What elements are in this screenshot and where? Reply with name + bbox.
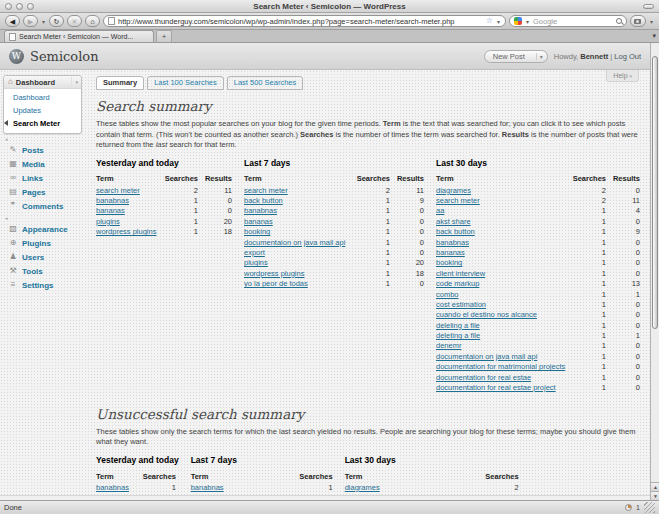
search-term-link[interactable]: denemr xyxy=(436,341,564,350)
url-dropdown-icon[interactable]: ▾ xyxy=(497,18,500,25)
search-term-link[interactable]: diagrames xyxy=(436,186,564,195)
toolbar-toggle-button[interactable] xyxy=(643,4,654,9)
table-row: code markup113 xyxy=(436,278,640,288)
search-term-link[interactable]: back button xyxy=(436,227,564,236)
history-dropdown-icon[interactable]: ▾ xyxy=(42,18,45,25)
sidebar-item-settings[interactable]: ≡Settings xyxy=(3,278,88,292)
collapse-arrow-icon[interactable]: ◂ xyxy=(5,136,8,142)
reload-button[interactable]: ↻ xyxy=(49,15,64,27)
url-text[interactable]: http://www.thunderguy.com/semicolon/wp/w… xyxy=(118,17,483,26)
search-term-link[interactable]: search meter xyxy=(244,186,348,195)
window-resize-grip[interactable] xyxy=(644,502,655,513)
sidebar-item-pages[interactable]: ▤Pages xyxy=(3,185,88,199)
search-term-link[interactable]: documentaion on java mail api xyxy=(436,352,564,361)
list-all-tabs-icon[interactable]: ▾ xyxy=(652,32,656,40)
search-engine-dropdown-icon[interactable]: ▾ xyxy=(526,18,529,25)
menu-label: Links xyxy=(22,174,43,183)
search-term-link[interactable]: banabnas xyxy=(191,483,289,492)
search-term-link[interactable]: banabnas xyxy=(96,196,156,205)
search-term-link[interactable]: booking xyxy=(436,258,564,267)
search-term-link[interactable]: documentation for real estae project xyxy=(436,383,564,392)
back-button[interactable]: ◀ xyxy=(5,15,20,27)
new-post-dropdown[interactable]: New Post ▾ xyxy=(484,50,548,63)
sidebar-item-dashboard[interactable]: ⌂ Dashboard ▾ xyxy=(4,76,81,89)
search-term-link[interactable]: documentation for matrimonial projects xyxy=(436,362,564,371)
searches-value: 1 xyxy=(348,196,390,205)
site-title[interactable]: Semicolon xyxy=(30,49,99,64)
sidebar-item-appearance[interactable]: ▧Appearance xyxy=(3,222,88,236)
search-term-link[interactable]: booking xyxy=(244,227,348,236)
scroll-down-button[interactable]: ▼ xyxy=(651,491,659,500)
submenu-item-dashboard[interactable]: Dashboard xyxy=(4,91,81,104)
sidebar-item-users[interactable]: ♟Users xyxy=(3,250,88,264)
unsuccessful-table-yesterday-and-today: Yesterday and todayTermSearchesbanabnas1… xyxy=(96,455,179,500)
sidebar-item-plugins[interactable]: ⊕Plugins xyxy=(3,236,88,250)
search-term-link[interactable]: deleting a file xyxy=(436,331,564,340)
search-term-link[interactable]: plugins xyxy=(244,258,348,267)
address-bar[interactable]: http://www.thunderguy.com/semicolon/wp/w… xyxy=(103,15,506,27)
minimize-button[interactable] xyxy=(16,3,23,10)
scroll-up-button[interactable]: ▲ xyxy=(651,482,659,491)
search-term-link[interactable]: code markup xyxy=(436,279,564,288)
forward-button[interactable]: ▶ xyxy=(23,15,38,27)
search-term-link[interactable]: aa xyxy=(436,206,564,215)
status-bar: Done 1 xyxy=(0,500,659,514)
zoom-button[interactable] xyxy=(27,3,34,10)
snapshot-button[interactable] xyxy=(630,15,646,27)
home-button[interactable]: ⌂ xyxy=(85,15,100,27)
help-button[interactable]: Help ▾ xyxy=(606,70,639,82)
search-term-link[interactable]: back button xyxy=(244,196,348,205)
dashboard-collapse-icon[interactable]: ▾ xyxy=(71,77,79,87)
sidebar-item-tools[interactable]: ⚒Tools xyxy=(3,264,88,278)
user-name-link[interactable]: Bennett xyxy=(580,52,608,61)
search-term-link[interactable]: banabnas xyxy=(436,238,564,247)
tab-summary[interactable]: Summary xyxy=(96,76,144,90)
tab-last-500-searches[interactable]: Last 500 Searches xyxy=(227,76,304,90)
sidebar-item-comments[interactable]: ❞Comments xyxy=(3,199,88,213)
results-value: 0 xyxy=(198,196,232,205)
new-tab-button[interactable]: + xyxy=(156,30,172,42)
search-term-link[interactable]: bananas xyxy=(244,217,348,226)
settings-icon: ≡ xyxy=(8,281,18,289)
submenu-item-search-meter[interactable]: Search Meter xyxy=(4,117,81,130)
search-term-link[interactable]: export xyxy=(244,248,348,257)
search-term-link[interactable]: cuando el destino nos alcance xyxy=(436,310,564,319)
tab-last-100-searches[interactable]: Last 100 Searches xyxy=(147,76,224,90)
search-term-link[interactable]: wordpress plugins xyxy=(244,269,348,278)
search-term-link[interactable]: combo xyxy=(436,290,564,299)
snapshot-dropdown-icon[interactable]: ▾ xyxy=(650,18,653,25)
search-term-link[interactable]: akst share xyxy=(436,217,564,226)
horizontal-scrollbar-track[interactable] xyxy=(0,495,650,500)
search-term-link[interactable]: client interview xyxy=(436,269,564,278)
sidebar-item-links[interactable]: ∞Links xyxy=(3,171,88,185)
collapse-arrow-icon[interactable]: ◂ xyxy=(5,215,8,221)
searches-value: 1 xyxy=(564,269,606,278)
bookmark-star-icon[interactable]: ☆ xyxy=(486,17,493,25)
search-term-link[interactable]: documentation for real estae xyxy=(436,373,564,382)
sidebar-item-posts[interactable]: ✎Posts xyxy=(3,143,88,157)
search-term-link[interactable]: plugins xyxy=(96,217,156,226)
search-term-link[interactable]: deleling a file xyxy=(436,321,564,330)
search-term-link[interactable]: search meter xyxy=(436,196,564,205)
close-button[interactable] xyxy=(5,3,12,10)
search-term-link[interactable]: banabnas xyxy=(96,483,134,492)
extension-status-icon[interactable] xyxy=(625,504,632,511)
browser-tab[interactable]: Search Meter ‹ Semicolon — Word... xyxy=(4,30,154,42)
stop-button[interactable]: ✕ xyxy=(67,15,82,27)
scrollbar-thumb[interactable] xyxy=(652,56,658,329)
search-term-link[interactable]: wordpress plugins xyxy=(96,227,156,236)
search-term-link[interactable]: yo la peor de todas xyxy=(244,279,348,288)
log-out-link[interactable]: Log Out xyxy=(614,52,641,61)
search-term-link[interactable]: banabnas xyxy=(244,206,348,215)
search-field[interactable]: ▾ Google xyxy=(509,15,627,27)
sidebar-item-media[interactable]: ▦Media xyxy=(3,157,88,171)
search-term-link[interactable]: bananas xyxy=(436,248,564,257)
magnifier-icon[interactable] xyxy=(616,18,622,24)
search-term-link[interactable]: diagrames xyxy=(345,483,473,492)
search-term-link[interactable]: documentaion on java mail api xyxy=(244,238,348,247)
submenu-item-updates[interactable]: Updates xyxy=(4,104,81,117)
search-term-link[interactable]: bananas xyxy=(96,206,156,215)
search-term-link[interactable]: cost estimation xyxy=(436,300,564,309)
search-term-link[interactable]: search meter xyxy=(96,186,156,195)
vertical-scrollbar[interactable]: ▲ ▼ xyxy=(650,43,659,500)
